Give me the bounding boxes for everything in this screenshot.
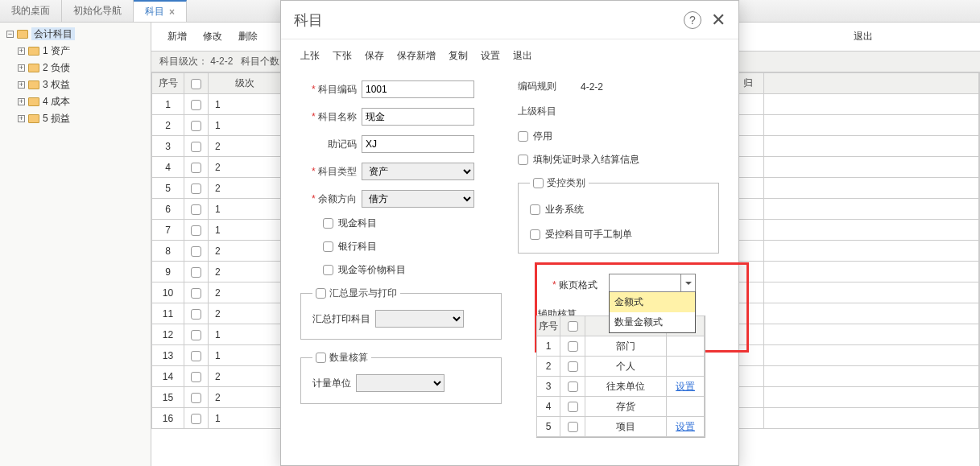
checkbox[interactable] <box>191 372 201 382</box>
qty-legend[interactable]: 数量核算 <box>312 351 371 365</box>
tree-item-equity[interactable]: +3 权益 <box>0 76 151 93</box>
dir-select[interactable]: 借方 <box>362 190 474 208</box>
checkbox[interactable] <box>323 265 333 275</box>
checkbox[interactable] <box>191 246 201 257</box>
chevron-down-icon[interactable] <box>680 274 695 291</box>
checkbox[interactable] <box>316 353 326 363</box>
biz-label: 业务系统 <box>545 203 584 217</box>
aux-row[interactable]: 2个人 <box>537 357 705 377</box>
dialog-title: 科目 <box>294 10 684 30</box>
checkbox[interactable] <box>191 393 201 403</box>
tree-item-asset[interactable]: +1 资产 <box>0 43 151 60</box>
checkbox[interactable] <box>518 131 528 142</box>
sumfield-select[interactable] <box>375 310 464 328</box>
checkbox[interactable] <box>568 381 578 392</box>
dropdown-option-amount[interactable]: 金额式 <box>610 292 695 312</box>
checkbox[interactable] <box>191 330 201 340</box>
checkbox[interactable] <box>191 121 201 131</box>
col-seq[interactable]: 序号 <box>152 73 184 94</box>
code-label: 科目编码 <box>300 83 357 97</box>
checkbox[interactable] <box>323 241 333 252</box>
help-icon[interactable]: ? <box>684 11 701 29</box>
expand-icon[interactable]: + <box>18 64 25 72</box>
checkbox[interactable] <box>191 414 201 424</box>
tree-item-pl[interactable]: +5 损益 <box>0 110 151 127</box>
aux-row[interactable]: 4存货 <box>537 397 705 417</box>
tab-desktop[interactable]: 我的桌面 <box>0 0 62 22</box>
checkbox[interactable] <box>568 321 578 332</box>
disable-checkbox-row[interactable]: 停用 <box>518 130 719 143</box>
dialog-exit-button[interactable]: 退出 <box>513 49 532 63</box>
summary-legend[interactable]: 汇总显示与打印 <box>312 287 400 300</box>
dropdown-option-qtyamount[interactable]: 数量金额式 <box>610 312 695 332</box>
tree-item-liability[interactable]: +2 负债 <box>0 60 151 76</box>
checkbox[interactable] <box>191 225 201 236</box>
aux-row[interactable]: 3往来单位设置 <box>537 377 705 397</box>
checkbox[interactable] <box>530 204 540 215</box>
checkbox[interactable] <box>316 288 326 299</box>
checkbox[interactable] <box>518 155 528 165</box>
checkbox[interactable] <box>191 204 201 215</box>
close-icon[interactable]: ✕ <box>711 10 726 31</box>
saveadd-button[interactable]: 保存新增 <box>397 49 436 63</box>
aux-set-link[interactable]: 设置 <box>676 420 695 434</box>
checkbox[interactable] <box>191 309 201 320</box>
checkbox[interactable] <box>191 79 201 89</box>
checkbox[interactable] <box>568 422 578 432</box>
checkbox[interactable] <box>191 288 201 299</box>
save-button[interactable]: 保存 <box>365 49 384 63</box>
prev-button[interactable]: 上张 <box>300 49 320 63</box>
tree-item-cost[interactable]: +4 成本 <box>0 93 151 110</box>
checkbox[interactable] <box>530 229 540 240</box>
checkbox[interactable] <box>191 100 201 110</box>
aux-row[interactable]: 1部门 <box>537 336 705 357</box>
tab-initnav[interactable]: 初始化导航 <box>62 0 134 22</box>
expand-icon[interactable]: + <box>18 47 25 55</box>
name-input[interactable] <box>362 108 474 126</box>
eq-checkbox-row[interactable]: 现金等价物科目 <box>323 263 502 277</box>
ctrl-legend[interactable]: 受控类别 <box>530 176 589 190</box>
checkbox[interactable] <box>191 184 201 194</box>
bank-checkbox-row[interactable]: 银行科目 <box>323 240 502 254</box>
cash-checkbox-row[interactable]: 现金科目 <box>323 217 502 230</box>
code-input[interactable] <box>362 80 474 98</box>
checkbox[interactable] <box>191 267 201 278</box>
aux-col-chk[interactable] <box>560 315 585 336</box>
delete-button[interactable]: 删除 <box>238 30 258 43</box>
manual-checkbox-row[interactable]: 受控科目可手工制单 <box>530 228 707 241</box>
checkbox[interactable] <box>323 218 333 229</box>
biz-checkbox-row[interactable]: 业务系统 <box>530 203 707 217</box>
aux-row[interactable]: 5项目设置 <box>537 417 705 437</box>
exit-button[interactable]: 退出 <box>854 30 873 43</box>
edit-button[interactable]: 修改 <box>203 30 222 43</box>
checkbox[interactable] <box>568 402 578 412</box>
tree-root[interactable]: −会计科目 <box>0 26 151 43</box>
setting-button[interactable]: 设置 <box>481 49 500 63</box>
summary-fieldset: 汇总显示与打印 汇总打印科目 <box>300 287 502 340</box>
expand-icon[interactable]: + <box>18 98 25 105</box>
copy-button[interactable]: 复制 <box>449 49 468 63</box>
add-button[interactable]: 新增 <box>167 30 187 43</box>
tree-label: 5 损益 <box>43 113 70 124</box>
dropdown-input[interactable] <box>610 274 695 292</box>
next-button[interactable]: 下张 <box>333 49 352 63</box>
fillentry-checkbox-row[interactable]: 填制凭证时录入结算信息 <box>518 153 719 167</box>
pageformat-dropdown[interactable]: 金额式 数量金额式 <box>609 274 696 333</box>
col-check[interactable] <box>184 73 209 94</box>
checkbox[interactable] <box>191 142 201 152</box>
checkbox[interactable] <box>191 351 201 361</box>
col-level[interactable]: 级次 <box>209 73 281 94</box>
expand-icon[interactable]: + <box>18 115 25 122</box>
close-icon[interactable]: × <box>169 6 175 18</box>
checkbox[interactable] <box>533 178 544 188</box>
checkbox[interactable] <box>568 361 578 372</box>
qtyfield-select[interactable] <box>356 374 445 392</box>
mnemonic-input[interactable] <box>362 135 474 153</box>
aux-set-link[interactable]: 设置 <box>676 380 695 394</box>
tab-subject[interactable]: 科目× <box>134 0 187 22</box>
expand-icon[interactable]: + <box>18 81 25 89</box>
type-select[interactable]: 资产 <box>362 163 474 180</box>
checkbox[interactable] <box>568 341 578 352</box>
collapse-icon[interactable]: − <box>6 31 14 38</box>
checkbox[interactable] <box>191 163 201 173</box>
